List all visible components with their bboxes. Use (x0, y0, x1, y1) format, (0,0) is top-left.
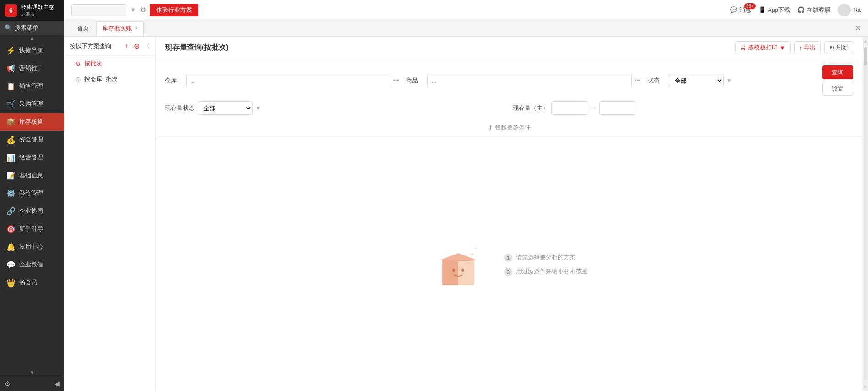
trial-button[interactable]: 体验行业方案 (150, 4, 198, 16)
nav-label-inventory: 库存核算 (19, 118, 43, 126)
scheme-filter-panel: 按以下方案查询 ＋ ⊕ 《 ⊙ 按批次 ◎ 按仓库+批次 (64, 37, 156, 391)
topbar-gear-icon[interactable]: ⚙ (140, 5, 146, 14)
collapse-panel-icon[interactable]: 《 (143, 42, 150, 50)
sidebar-scroll-down[interactable]: ▼ (0, 369, 64, 376)
message-icon: 💬 (730, 6, 737, 13)
collapse-sidebar-icon[interactable]: ◀ (55, 380, 60, 387)
sidebar-item-app-center[interactable]: 🔔 应用中心 (0, 238, 64, 256)
online-service-button[interactable]: 🎧 在线客服 (797, 6, 830, 14)
sidebar-search[interactable]: 🔍 搜索菜单 (0, 21, 64, 35)
scroll-track[interactable] (864, 47, 867, 380)
nav-icon-sales: 📋 (6, 82, 16, 91)
search-label: 搜索菜单 (15, 24, 38, 32)
status-dropdown-icon[interactable]: ▼ (726, 77, 732, 84)
nav-icon-system: ⚙️ (6, 189, 16, 198)
page-header-actions: 🖨 按模板打印 ▼ ↑ 导出 ↻ 刷新 (735, 41, 853, 54)
app-download-button[interactable]: 📱 App下载 (758, 6, 790, 14)
right-scrollbar: ▲ ▼ (863, 37, 868, 391)
sidebar-item-member[interactable]: 👑 畅会员 (0, 274, 64, 292)
nav-icon-member: 👑 (6, 278, 16, 287)
main-area: ▼ ⚙ 体验行业方案 💬 消息 99+ 📱 App下载 🎧 在线客服 Rit (64, 0, 868, 391)
warehouse-more-icon[interactable]: ••• (393, 77, 399, 84)
stock-qty-from-input[interactable] (551, 101, 588, 115)
nav-label-new-guide: 新手引导 (19, 225, 43, 233)
message-button[interactable]: 💬 消息 99+ (730, 6, 751, 14)
panel-close-button[interactable]: ✕ (855, 24, 861, 33)
tab-inventory-batch[interactable]: 库存批次账 × (96, 21, 144, 36)
print-button[interactable]: 🖨 按模板打印 ▼ (735, 41, 791, 54)
sidebar-item-purchase[interactable]: 🛒 采购管理 (0, 95, 64, 113)
app-download-label: App下载 (768, 6, 790, 14)
stock-qty-range: — (551, 101, 636, 115)
scroll-down-arrow[interactable]: ▼ (862, 382, 868, 391)
sidebar-item-sales[interactable]: 📋 销售管理 (0, 77, 64, 95)
stock-status-select[interactable]: 全部 有库存 无库存 (198, 101, 253, 115)
sidebar-item-enterprise[interactable]: 🔗 企业协同 (0, 202, 64, 220)
stock-qty-label: 现存量（主） (513, 104, 549, 112)
status-select[interactable]: 全部 (669, 74, 724, 87)
hint-text-1: 请先选择要分析的方案 (516, 253, 576, 261)
user-menu[interactable]: Rit (838, 4, 861, 16)
topbar: ▼ ⚙ 体验行业方案 💬 消息 99+ 📱 App下载 🎧 在线客服 Rit (64, 0, 868, 20)
print-label: 按模板打印 (748, 43, 778, 52)
empty-hint-1: 1 请先选择要分析的方案 (504, 253, 588, 262)
stock-status-dropdown-icon[interactable]: ▼ (255, 105, 261, 112)
scroll-up-arrow[interactable]: ▲ (862, 37, 868, 45)
nav-icon-inventory: 📦 (6, 118, 16, 126)
stock-qty-to-input[interactable] (599, 101, 636, 115)
export-label: 导出 (804, 43, 816, 52)
page-header: 现存量查询(按批次) 🖨 按模板打印 ▼ ↑ 导出 ↻ 刷新 (156, 37, 863, 59)
goods-input[interactable] (427, 74, 632, 87)
sidebar-item-marketing[interactable]: 📢 营销推广 (0, 60, 64, 77)
tab-home[interactable]: 首页 (71, 21, 94, 36)
empty-hints: 1 请先选择要分析的方案 2 用过滤条件来缩小分析范围 (504, 253, 588, 276)
content-area: 按以下方案查询 ＋ ⊕ 《 ⊙ 按批次 ◎ 按仓库+批次 现存量查询(按批次) (64, 37, 868, 391)
sidebar-item-new-guide[interactable]: 🎯 新手引导 (0, 220, 64, 238)
nav-label-member: 畅会员 (19, 278, 37, 287)
settings-icon[interactable]: ⚙ (5, 380, 11, 387)
nav-icon-purchase: 🛒 (6, 100, 16, 109)
filter-form: 仓库 ••• 商品 ••• 状态 全部 ▼ (156, 59, 863, 138)
sidebar-item-enterprise-wx[interactable]: 💬 企业微信 (0, 256, 64, 274)
collapse-more-btn[interactable]: ⬆ 收起更多条件 (165, 120, 853, 134)
sidebar-scroll-up[interactable]: ▲ (0, 35, 64, 42)
sidebar-item-operations[interactable]: 📊 经营管理 (0, 149, 64, 167)
sidebar-item-quick-nav[interactable]: ⚡ 快捷导航 (0, 42, 64, 60)
refresh-button[interactable]: ↻ 刷新 (824, 41, 853, 54)
scheme-item-by-warehouse-batch[interactable]: ◎ 按仓库+批次 (64, 71, 155, 87)
sidebar-header: 6 畅康通好生意 标准版 (0, 0, 64, 21)
nav-label-purchase: 采购管理 (19, 100, 43, 108)
warehouse-label: 仓库 (165, 76, 183, 85)
nav-label-quick-nav: 快捷导航 (19, 46, 43, 54)
nav-icon-marketing: 📢 (6, 64, 16, 73)
filter-row-2: 现存量状态 全部 有库存 无库存 ▼ 现存量（主） — (165, 101, 853, 115)
service-label: 在线客服 (807, 6, 830, 14)
nav-label-operations: 经营管理 (19, 153, 43, 162)
warehouse-input[interactable] (186, 74, 390, 87)
sidebar-item-basic-info[interactable]: 📝 基础信息 (0, 167, 64, 185)
nav-label-finance: 资金管理 (19, 136, 43, 144)
topbar-right: 💬 消息 99+ 📱 App下载 🎧 在线客服 Rit (730, 4, 861, 16)
headset-icon: 🎧 (797, 6, 805, 13)
scheme-settings-icon[interactable]: ⊕ (134, 42, 140, 50)
export-button[interactable]: ↑ 导出 (794, 41, 821, 54)
sidebar-item-system[interactable]: ⚙️ 系统管理 (0, 185, 64, 202)
tab-home-label: 首页 (77, 24, 89, 33)
filter-row-1: 仓库 ••• 商品 ••• 状态 全部 ▼ (165, 65, 853, 96)
hint-num-2: 2 (504, 268, 512, 276)
goods-more-icon[interactable]: ••• (634, 77, 640, 84)
export-icon: ↑ (799, 44, 802, 51)
hint-num-1: 1 (504, 254, 512, 262)
svg-point-2 (461, 269, 464, 272)
sidebar-footer: ⚙ ◀ (0, 376, 64, 391)
sidebar-item-inventory[interactable]: 📦 库存核算 (0, 113, 64, 131)
form-settings-button[interactable]: 设置 (822, 82, 853, 96)
search-icon: 🔍 (5, 24, 12, 31)
sidebar-item-finance[interactable]: 💰 资金管理 (0, 131, 64, 149)
add-scheme-icon[interactable]: ＋ (123, 41, 130, 51)
scheme-item-by-batch[interactable]: ⊙ 按批次 (64, 56, 155, 71)
sidebar: 6 畅康通好生意 标准版 🔍 搜索菜单 ▲ ⚡ 快捷导航 📢 营销推广 📋 销售… (0, 0, 64, 391)
query-button[interactable]: 查询 (822, 65, 853, 79)
topbar-dropdown-icon[interactable]: ▼ (130, 6, 136, 13)
tab-close-icon[interactable]: × (135, 25, 138, 32)
